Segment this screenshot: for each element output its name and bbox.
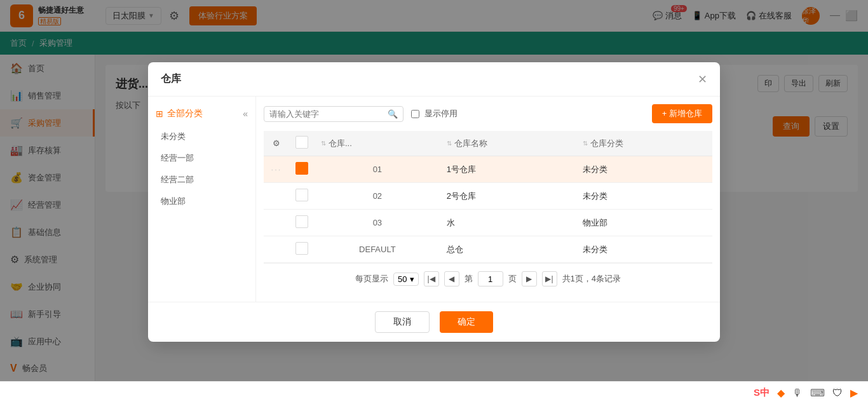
row-checkbox[interactable] xyxy=(295,162,308,175)
row-gear-cell xyxy=(264,210,289,236)
category-item-property[interactable]: 物业部 xyxy=(148,191,255,212)
modal-body: ⊞ 全部分类 « 未分类 经营一部 经营二部 物业部 xyxy=(148,97,720,302)
col-name: ⇅ 仓库名称 xyxy=(440,131,576,156)
col-checkbox xyxy=(289,131,315,156)
table-row[interactable]: 02 2号仓库 未分类 xyxy=(264,183,712,210)
sort-icon-category: ⇅ xyxy=(583,140,588,147)
grid-icon: ⊞ xyxy=(156,109,163,119)
content-panel: 🔍 显示停用 + 新增仓库 ⚙ xyxy=(256,97,720,302)
row-code-cell: DEFAULT xyxy=(315,236,440,263)
row-checkbox-cell[interactable] xyxy=(289,236,315,263)
add-warehouse-button[interactable]: + 新增仓库 xyxy=(652,104,712,123)
row-code-cell: 02 xyxy=(315,183,440,210)
total-info: 共1页，4条记录 xyxy=(562,273,621,285)
row-checkbox[interactable] xyxy=(295,189,308,201)
taskbar-play-icon[interactable]: ▶ xyxy=(850,387,858,399)
taskbar-diamond-icon: ◆ xyxy=(777,387,785,399)
row-checkbox-cell[interactable] xyxy=(289,183,315,210)
per-page-label: 每页显示 xyxy=(355,273,388,285)
table-row[interactable]: DEFAULT 总仓 未分类 xyxy=(264,236,712,263)
modal-overlay: 仓库 ✕ ⊞ 全部分类 « 未分类 经营一部 xyxy=(0,0,868,404)
category-item-dept1[interactable]: 经营一部 xyxy=(148,147,255,169)
first-page-button[interactable]: |◀ xyxy=(424,271,439,286)
confirm-button[interactable]: 确定 xyxy=(440,311,493,333)
last-page-button[interactable]: ▶| xyxy=(542,271,557,286)
category-panel: ⊞ 全部分类 « 未分类 经营一部 经营二部 物业部 xyxy=(148,97,256,302)
category-item-dept2[interactable]: 经营二部 xyxy=(148,169,255,191)
row-name-cell: 1号仓库 xyxy=(440,156,576,183)
row-name-cell: 水 xyxy=(440,210,576,236)
sort-icon-name: ⇅ xyxy=(447,140,452,147)
row-name-cell: 总仓 xyxy=(440,236,576,263)
per-page-arrow: ▾ xyxy=(410,274,414,284)
table-row[interactable]: ··· 01 1号仓库 未分类 xyxy=(264,156,712,183)
show-disabled-label-text: 显示停用 xyxy=(424,108,458,119)
row-category-cell: 未分类 xyxy=(576,183,712,210)
col-code: ⇅ 仓库... xyxy=(315,131,440,156)
cancel-button[interactable]: 取消 xyxy=(375,311,430,333)
table-row[interactable]: 03 水 物业部 xyxy=(264,210,712,236)
col-category: ⇅ 仓库分类 xyxy=(576,131,712,156)
modal-header: 仓库 ✕ xyxy=(148,62,720,97)
taskbar-mic-icon[interactable]: 🎙 xyxy=(792,387,803,399)
category-item-unclassified[interactable]: 未分类 xyxy=(148,126,255,147)
row-gear-cell xyxy=(264,236,289,263)
taskbar: S中 ◆ 🎙 ⌨ 🛡 ▶ xyxy=(0,381,868,404)
next-page-button[interactable]: ▶ xyxy=(522,271,537,286)
search-bar: 🔍 显示停用 + 新增仓库 xyxy=(264,104,712,123)
warehouse-table: ⚙ ⇅ 仓库... xyxy=(264,131,712,263)
search-input[interactable] xyxy=(269,109,388,119)
row-gear-cell xyxy=(264,183,289,210)
taskbar-keyboard-icon[interactable]: ⌨ xyxy=(810,387,825,399)
row-category-cell: 未分类 xyxy=(576,156,712,183)
row-name-cell: 2号仓库 xyxy=(440,183,576,210)
page-suffix: 页 xyxy=(508,273,517,285)
row-category-cell: 未分类 xyxy=(576,236,712,263)
warehouse-table-body: ··· 01 1号仓库 未分类 02 2号仓库 未分类 03 水 物业部 xyxy=(264,156,712,263)
page-prefix: 第 xyxy=(465,273,473,285)
search-input-wrap[interactable]: 🔍 xyxy=(264,106,403,122)
row-checkbox[interactable] xyxy=(295,242,308,255)
sort-icon-code: ⇅ xyxy=(321,140,326,147)
table-container: ⚙ ⇅ 仓库... xyxy=(264,131,712,263)
search-icon: 🔍 xyxy=(388,109,398,119)
category-all-header[interactable]: ⊞ 全部分类 « xyxy=(148,104,255,126)
page-number-input[interactable] xyxy=(478,271,503,286)
modal-footer: 取消 确定 xyxy=(148,302,720,342)
row-code-cell: 01 xyxy=(315,156,440,183)
taskbar-s-icon[interactable]: S中 xyxy=(754,387,770,399)
col-gear: ⚙ xyxy=(264,131,289,156)
row-checkbox-cell[interactable] xyxy=(289,156,315,183)
row-gear-cell: ··· xyxy=(264,156,289,183)
taskbar-shield-icon[interactable]: 🛡 xyxy=(832,387,843,399)
modal-title: 仓库 xyxy=(161,72,181,86)
per-page-value: 50 xyxy=(398,274,407,284)
prev-page-button[interactable]: ◀ xyxy=(444,271,459,286)
gear-header-icon: ⚙ xyxy=(273,138,280,148)
per-page-select[interactable]: 50 ▾ xyxy=(393,273,418,286)
all-categories-label: 全部分类 xyxy=(167,108,203,119)
pagination: 每页显示 50 ▾ |◀ ◀ 第 页 ▶ ▶| 共1页，4条记录 xyxy=(264,263,712,294)
modal-warehouse: 仓库 ✕ ⊞ 全部分类 « 未分类 经营一部 xyxy=(148,62,720,342)
row-code-cell: 03 xyxy=(315,210,440,236)
row-actions-icon[interactable]: ··· xyxy=(271,165,282,174)
collapse-icon[interactable]: « xyxy=(243,109,248,119)
row-checkbox-cell[interactable] xyxy=(289,210,315,236)
row-checkbox[interactable] xyxy=(295,215,308,228)
modal-close-button[interactable]: ✕ xyxy=(698,74,707,85)
row-category-cell: 物业部 xyxy=(576,210,712,236)
header-checkbox[interactable] xyxy=(295,136,308,149)
show-disabled-checkbox[interactable]: 显示停用 xyxy=(411,108,458,119)
